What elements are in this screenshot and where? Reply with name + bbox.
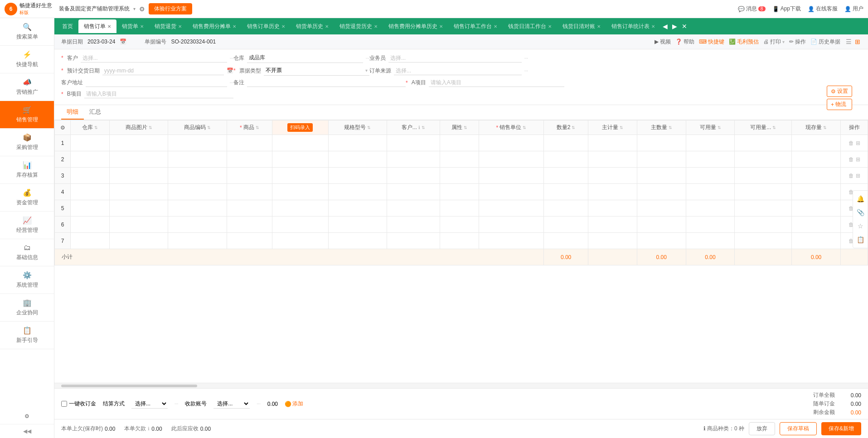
cell-product-image[interactable] (110, 168, 168, 184)
cell-attribute[interactable] (440, 184, 479, 200)
th-warehouse[interactable]: 仓库⇅ (71, 120, 110, 135)
cell-current-stock[interactable] (792, 135, 841, 151)
cell-customer-ref[interactable] (387, 135, 440, 151)
cell-main-unit[interactable] (588, 217, 637, 233)
tab-sales-order-history[interactable]: 销售订单历史 ✕ (242, 19, 291, 33)
sidebar-item-marketing[interactable]: 📣 营销推广 (0, 73, 54, 101)
cell-attribute[interactable] (440, 217, 479, 233)
cell-qty2[interactable] (543, 151, 588, 168)
tab-sales-statistics[interactable]: 销售订单统计表 ✕ (606, 19, 660, 33)
settings-icon[interactable]: ⚙ (139, 5, 145, 13)
cell-available2[interactable] (735, 184, 792, 200)
cell-sales-unit[interactable] (479, 151, 543, 168)
tab-close-icon[interactable]: ✕ (374, 24, 378, 29)
tab-close-icon[interactable]: ✕ (281, 24, 285, 29)
save-new-btn[interactable]: 保存&新增 (821, 422, 861, 435)
cell-product[interactable] (227, 217, 272, 233)
cell-warehouse[interactable] (71, 135, 110, 151)
staff-dots-btn[interactable]: ··· (524, 56, 528, 61)
th-main-unit[interactable]: 主计量⇅ (588, 120, 637, 135)
th-sales-unit[interactable]: * 销售单位 ⇅ (479, 120, 543, 135)
tab-detail[interactable]: 明细 (61, 105, 84, 120)
sidebar-item-system[interactable]: ⚙️ 系统管理 (0, 266, 54, 294)
tab-cash-daily-reconcile[interactable]: 钱货日清对账 ✕ (557, 19, 606, 33)
th-available[interactable]: 可用量⇅ (686, 120, 735, 135)
settings-btn[interactable]: ⚙ 设置 (827, 86, 852, 97)
warehouse-value[interactable]: 成品库 (247, 53, 363, 63)
cell-main-unit[interactable] (588, 233, 637, 249)
cell-main-unit[interactable] (588, 151, 637, 168)
cell-product-code[interactable] (168, 135, 227, 151)
cell-current-stock[interactable] (792, 184, 841, 200)
copy-icon[interactable]: ⊞ (856, 140, 860, 146)
cell-main-unit[interactable] (588, 168, 637, 184)
tab-close-icon[interactable]: ✕ (233, 24, 236, 29)
tab-home[interactable]: 首页 (57, 19, 78, 33)
rs-clip-icon[interactable]: 📎 (854, 206, 867, 219)
th-product-image[interactable]: 商品图片⇅ (110, 120, 168, 135)
tab-sales-return[interactable]: 销货退货 ✕ (149, 19, 187, 33)
cell-spec[interactable] (328, 217, 387, 233)
cell-available[interactable] (686, 135, 735, 151)
cell-main-unit[interactable] (588, 200, 637, 217)
delete-icon[interactable]: 🗑 (849, 156, 854, 163)
cell-scan[interactable] (272, 151, 328, 168)
th-main-qty[interactable]: 主数量⇅ (637, 120, 686, 135)
cell-available[interactable] (686, 168, 735, 184)
cell-current-stock[interactable] (792, 168, 841, 184)
grid-view-btn[interactable]: ⊞ (854, 37, 861, 46)
payment-method-select[interactable]: 选择... (131, 399, 168, 409)
tab-prev-btn[interactable]: ◀ (660, 23, 670, 30)
cell-customer-ref[interactable] (387, 168, 440, 184)
cell-qty2[interactable] (543, 168, 588, 184)
cell-available[interactable] (686, 217, 735, 233)
cell-scan[interactable] (272, 184, 328, 200)
cell-spec[interactable] (328, 233, 387, 249)
sidebar-item-inventory[interactable]: 📊 库存核算 (0, 156, 54, 184)
cell-available2[interactable] (735, 168, 792, 184)
help-btn[interactable]: ❓ 帮助 (675, 38, 694, 46)
sidebar-item-search[interactable]: 🔍 搜索菜单 (0, 18, 54, 46)
tab-sales-expense-split[interactable]: 销售费用分摊单 ✕ (187, 19, 242, 33)
save-draft-btn[interactable]: 保存草稿 (780, 422, 817, 435)
solution-button[interactable]: 体验行业方案 (149, 3, 192, 14)
th-attribute[interactable]: 属性⇅ (440, 120, 479, 135)
order-source-dots-btn[interactable]: ··· (524, 68, 528, 73)
cell-main-qty[interactable] (637, 151, 686, 168)
cell-qty2[interactable] (543, 233, 588, 249)
add-btn[interactable]: 🟠 添加 (285, 400, 303, 408)
cell-available[interactable] (686, 233, 735, 249)
cell-product-code[interactable] (168, 200, 227, 217)
sidebar-item-finance[interactable]: 💰 资金管理 (0, 184, 54, 212)
customer-input[interactable] (81, 54, 227, 63)
b-project-input[interactable] (84, 90, 233, 98)
rs-notify-icon[interactable]: 🔔 (854, 193, 867, 205)
cell-sales-unit[interactable] (479, 184, 543, 200)
cell-attribute[interactable] (440, 135, 479, 151)
th-spec[interactable]: 规格型号⇅ (328, 120, 387, 135)
cell-customer-ref[interactable] (387, 184, 440, 200)
cell-spec[interactable] (328, 135, 387, 151)
operation-btn[interactable]: ✏ 操作 (789, 38, 806, 46)
cell-warehouse[interactable] (71, 233, 110, 249)
cell-sales-unit[interactable] (479, 168, 543, 184)
cell-product-image[interactable] (110, 184, 168, 200)
sidebar-collapse-btn[interactable]: ◀◀ (0, 424, 54, 438)
cell-spec[interactable] (328, 200, 387, 217)
tab-sales-expense-history[interactable]: 销售费用分摊单历史 ✕ (383, 19, 448, 33)
add-product-btn[interactable]: + 物流 (827, 99, 852, 110)
history-btn[interactable]: 📄 历史单据 (810, 38, 840, 46)
cell-available2[interactable] (735, 217, 792, 233)
cell-qty2[interactable] (543, 200, 588, 217)
cell-spec[interactable] (328, 184, 387, 200)
cell-customer-ref[interactable] (387, 217, 440, 233)
sidebar-item-basic[interactable]: 🗂 基础信息 (0, 239, 54, 266)
cell-available[interactable] (686, 200, 735, 217)
th-customer-ref[interactable]: 客户... ℹ ⇅ (387, 120, 440, 135)
tab-cash-daily-workbench[interactable]: 钱货日清工作台 ✕ (503, 19, 557, 33)
profit-btn[interactable]: 💹 毛利预估 (729, 38, 759, 46)
account-dots-btn[interactable]: ··· (257, 401, 260, 406)
cell-main-qty[interactable] (637, 233, 686, 249)
delivery-calendar-icon[interactable]: 📅 (227, 67, 233, 74)
cell-product[interactable] (227, 168, 272, 184)
